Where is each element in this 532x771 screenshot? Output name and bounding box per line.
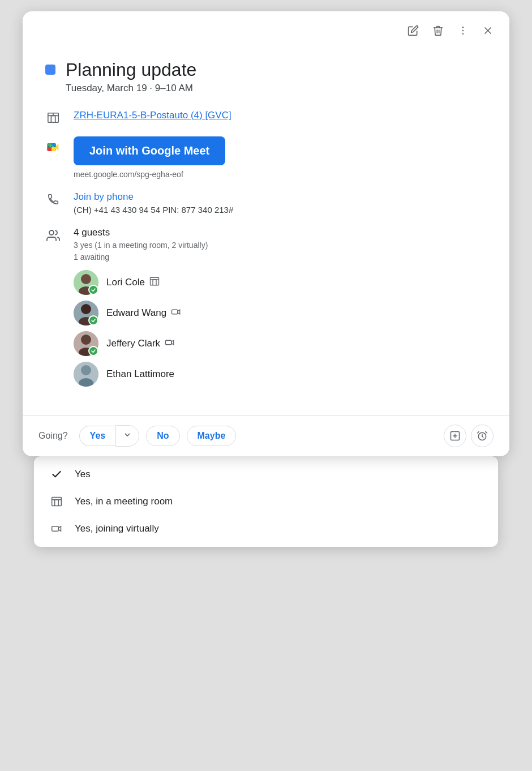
- svg-point-17: [81, 304, 91, 314]
- svg-point-21: [81, 335, 91, 345]
- guest-name-jeffery: Jeffery Clark: [106, 337, 175, 350]
- avatar-edward: [74, 301, 98, 325]
- dropdown-yes-label: Yes: [75, 469, 91, 480]
- yes-rsvp-group: Yes: [79, 425, 140, 447]
- guest-name-ethan: Ethan Lattimore: [106, 369, 174, 380]
- guest-item-edward: Edward Wang: [74, 301, 487, 325]
- svg-point-0: [462, 27, 464, 28]
- svg-point-12: [81, 274, 91, 284]
- check-icon: [50, 469, 63, 480]
- guests-count: 4 guests: [74, 227, 487, 238]
- guest-item-ethan: Ethan Lattimore: [74, 362, 487, 387]
- location-link[interactable]: ZRH-EURA1-5-B-Postauto (4) [GVC]: [74, 110, 231, 121]
- meet-icon: [45, 138, 61, 156]
- event-card: Planning update Tuesday, March 19 · 9–10…: [23, 11, 509, 456]
- yes-dropdown-button[interactable]: [115, 425, 139, 447]
- svg-rect-19: [172, 310, 178, 315]
- snooze-button[interactable]: [471, 425, 494, 447]
- dropdown-yes-room-label: Yes, in a meeting room: [75, 496, 173, 507]
- guest-item-lori: Lori Cole: [74, 270, 487, 295]
- guests-yes-detail: 3 yes (1 in a meeting room, 2 virtually): [74, 239, 487, 251]
- video-icon: [50, 523, 63, 534]
- edit-button[interactable]: [403, 20, 423, 41]
- svg-rect-33: [52, 526, 59, 531]
- video-icon-jeffery: [165, 337, 175, 350]
- accepted-badge-lori: [88, 285, 98, 295]
- toolbar: [23, 11, 509, 45]
- svg-rect-31: [52, 498, 62, 506]
- guest-name-lori: Lori Cole: [106, 276, 160, 289]
- svg-point-10: [49, 230, 54, 235]
- guests-awaiting: 1 awaiting: [74, 251, 487, 263]
- svg-point-25: [81, 365, 91, 375]
- avatar-jeffery: [74, 331, 98, 356]
- footer: Going? Yes No Maybe: [23, 416, 509, 456]
- phone-icon: [45, 193, 61, 205]
- svg-rect-14: [151, 278, 159, 286]
- event-header: Planning update Tuesday, March 19 · 9–10…: [41, 59, 491, 94]
- guest-item-jeffery: Jeffery Clark: [74, 331, 487, 356]
- accepted-badge-jeffery: [88, 346, 98, 356]
- meeting-room-icon-lori: [149, 276, 160, 289]
- guests-icon: [45, 229, 61, 242]
- guests-row: 4 guests 3 yes (1 in a meeting room, 2 v…: [41, 227, 491, 387]
- dropdown-yes-room[interactable]: Yes, in a meeting room: [34, 488, 498, 515]
- guest-name-edward: Edward Wang: [106, 307, 181, 319]
- video-icon-edward: [171, 307, 181, 319]
- no-button[interactable]: No: [146, 426, 179, 446]
- guest-list: Lori Cole: [74, 270, 487, 387]
- dropdown-yes-virtual[interactable]: Yes, joining virtually: [34, 515, 498, 542]
- location-row: ZRH-EURA1-5-B-Postauto (4) [GVC]: [41, 110, 491, 124]
- meeting-room-icon: [50, 496, 63, 507]
- event-title: Planning update: [66, 59, 196, 80]
- join-meet-button[interactable]: Join with Google Meet: [74, 136, 225, 165]
- avatar-ethan: [74, 362, 98, 387]
- avatar-lori: [74, 270, 98, 295]
- yes-dropdown-menu: Yes Yes, in a meeting room Yes, joining …: [34, 456, 498, 547]
- dropdown-yes[interactable]: Yes: [34, 461, 498, 488]
- meet-url: meet.google.com/spg-egha-eof: [74, 170, 487, 179]
- join-phone-link[interactable]: Join by phone: [74, 191, 487, 203]
- accepted-badge-edward: [88, 315, 98, 325]
- dropdown-yes-virtual-label: Yes, joining virtually: [75, 523, 159, 534]
- svg-point-1: [462, 30, 464, 32]
- event-datetime: Tuesday, March 19 · 9–10 AM: [66, 83, 196, 94]
- meet-row: Join with Google Meet meet.google.com/sp…: [41, 136, 491, 179]
- event-color-dot: [45, 65, 55, 75]
- going-label: Going?: [38, 431, 68, 441]
- svg-point-2: [462, 33, 464, 35]
- phone-details: (CH) +41 43 430 94 54 PIN: 877 340 213#: [74, 205, 487, 215]
- delete-button[interactable]: [428, 20, 448, 41]
- building-icon: [45, 112, 61, 124]
- footer-actions: [444, 425, 494, 447]
- yes-button[interactable]: Yes: [79, 426, 116, 446]
- phone-row: Join by phone (CH) +41 43 430 94 54 PIN:…: [41, 191, 491, 215]
- add-note-button[interactable]: [444, 425, 466, 447]
- close-button[interactable]: [478, 20, 498, 41]
- more-options-button[interactable]: [453, 20, 473, 41]
- svg-rect-23: [166, 341, 172, 345]
- maybe-button[interactable]: Maybe: [187, 426, 237, 446]
